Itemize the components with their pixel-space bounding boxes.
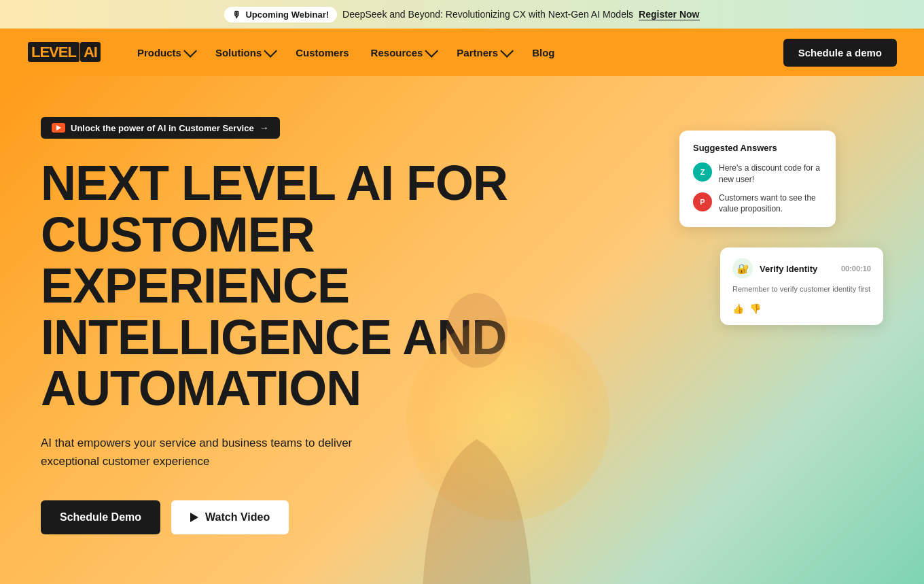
- hero-badge[interactable]: Unlock the power of AI in Customer Servi…: [41, 117, 280, 139]
- video-camera-icon: [52, 123, 65, 133]
- verify-left: 🔐 Verify Identity: [732, 258, 817, 279]
- title-line-4: AUTOMATION: [41, 361, 361, 415]
- watch-video-button[interactable]: Watch Video: [171, 500, 289, 534]
- verify-identity-card: 🔐 Verify Identity 00:00:10 Remember to v…: [720, 247, 883, 324]
- verify-title: Verify Identity: [760, 264, 817, 274]
- watch-video-label: Watch Video: [205, 511, 270, 523]
- verify-actions: 👍 👎: [732, 303, 871, 314]
- hero-title: NEXT LEVEL AI FOR CUSTOMER EXPERIENCE IN…: [41, 158, 530, 415]
- announcement-message: DeepSeek and Beyond: Revolutionizing CX …: [342, 9, 633, 20]
- nav-item-products[interactable]: Products: [128, 41, 203, 64]
- chevron-down-icon: [500, 44, 514, 58]
- nav-item-customers[interactable]: Customers: [286, 41, 358, 64]
- svg-marker-0: [56, 125, 61, 131]
- suggestion-item-1: Z Here's a discount code for a new user!: [693, 162, 822, 186]
- nav-label-solutions: Solutions: [215, 47, 262, 58]
- thumbs-down-icon[interactable]: 👎: [749, 303, 761, 314]
- webinar-badge: 🎙 Upcoming Webinar!: [224, 7, 337, 22]
- avatar-p: P: [693, 192, 712, 211]
- nav-label-partners: Partners: [457, 47, 498, 58]
- nav-item-resources[interactable]: Resources: [361, 41, 445, 64]
- nav-item-partners[interactable]: Partners: [447, 41, 520, 64]
- badge-text: Unlock the power of AI in Customer Servi…: [71, 123, 254, 133]
- play-icon: [190, 513, 198, 522]
- logo-level: LEVEL: [28, 42, 79, 62]
- chevron-down-icon: [183, 44, 197, 58]
- hero-cards: Suggested Answers Z Here's a discount co…: [679, 131, 883, 325]
- thumbs-up-icon[interactable]: 👍: [732, 303, 744, 314]
- logo[interactable]: LEVELAI: [27, 44, 101, 61]
- nav-label-products: Products: [137, 47, 181, 58]
- avatar-z: Z: [693, 162, 712, 182]
- schedule-demo-button[interactable]: Schedule Demo: [41, 500, 160, 534]
- schedule-demo-nav-button[interactable]: Schedule a demo: [783, 39, 897, 67]
- register-link[interactable]: Register Now: [639, 9, 699, 20]
- navigation: LEVELAI Products Solutions Customers Res…: [0, 29, 924, 76]
- suggestion-item-2: P Customers want to see the value propos…: [693, 192, 822, 216]
- nav-item-blog[interactable]: Blog: [522, 41, 564, 64]
- hero-section: Unlock the power of AI in Customer Servi…: [0, 76, 924, 584]
- nav-label-resources: Resources: [371, 47, 423, 58]
- suggested-answers-card: Suggested Answers Z Here's a discount co…: [679, 131, 836, 227]
- nav-links: Products Solutions Customers Resources P…: [128, 41, 783, 64]
- announcement-bar: 🎙 Upcoming Webinar! DeepSeek and Beyond:…: [0, 0, 924, 29]
- lock-icon: 🔐: [732, 258, 753, 279]
- suggestion-text-1: Here's a discount code for a new user!: [719, 162, 822, 186]
- hero-subtitle: AI that empowers your service and busine…: [41, 434, 394, 470]
- title-line-3: INTELLIGENCE AND: [41, 310, 506, 364]
- nav-label-customers: Customers: [296, 47, 349, 58]
- chevron-down-icon: [425, 44, 439, 58]
- title-line-1: NEXT LEVEL AI FOR: [41, 156, 508, 210]
- badge-label: Upcoming Webinar!: [245, 10, 329, 20]
- nav-item-solutions[interactable]: Solutions: [206, 41, 283, 64]
- verify-timer: 00:00:10: [841, 264, 871, 273]
- suggested-answers-title: Suggested Answers: [693, 143, 822, 153]
- nav-label-blog: Blog: [532, 47, 554, 58]
- verify-header: 🔐 Verify Identity 00:00:10: [732, 258, 871, 279]
- chevron-down-icon: [264, 44, 277, 58]
- hero-buttons: Schedule Demo Watch Video: [41, 500, 883, 534]
- title-line-2: CUSTOMER EXPERIENCE: [41, 207, 349, 313]
- logo-text: LEVELAI: [27, 44, 101, 61]
- megaphone-icon: 🎙: [232, 10, 241, 20]
- arrow-icon: →: [260, 122, 269, 133]
- verify-description: Remember to verify customer identity fir…: [732, 284, 871, 294]
- suggestion-text-2: Customers want to see the value proposit…: [719, 192, 822, 216]
- logo-ai: AI: [80, 42, 101, 62]
